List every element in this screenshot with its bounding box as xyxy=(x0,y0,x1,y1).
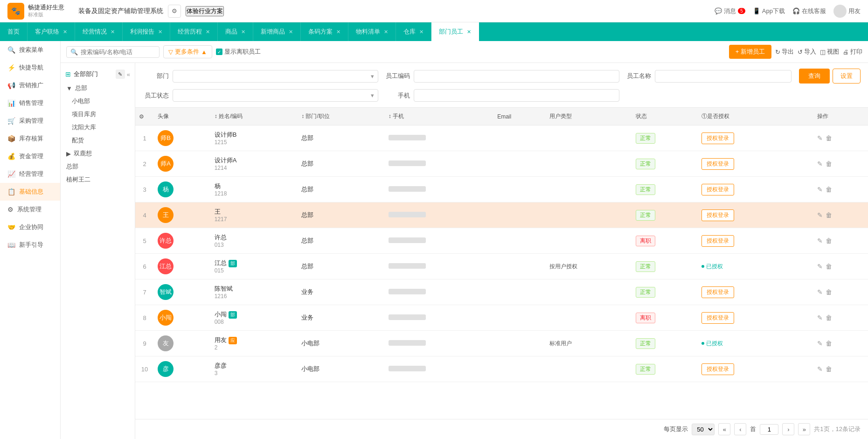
close-tab-add-goods[interactable]: ✕ xyxy=(289,29,293,35)
close-tab-profit[interactable]: ✕ xyxy=(158,29,162,35)
filter-phone-input[interactable] xyxy=(414,89,619,102)
query-button[interactable]: 查询 xyxy=(799,69,830,84)
delete-button[interactable]: 🗑 xyxy=(826,288,832,296)
sidebar-item-marketing[interactable]: 📢 营销推广 xyxy=(0,77,60,94)
edit-button[interactable]: ✎ xyxy=(817,340,823,347)
dept-tree-item-delivery[interactable]: 配货 xyxy=(61,134,135,147)
auth-button[interactable]: 授权登录 xyxy=(701,158,734,170)
edit-button[interactable]: ✎ xyxy=(817,186,823,193)
edit-button[interactable]: ✎ xyxy=(817,134,823,142)
dept-all-label[interactable]: 全部部门 xyxy=(74,70,98,78)
close-tab-goods[interactable]: ✕ xyxy=(241,29,245,35)
delete-button[interactable]: 🗑 xyxy=(826,263,832,270)
dept-tree-item-shenyang[interactable]: 沈阳大库 xyxy=(61,121,135,134)
last-page-button[interactable]: » xyxy=(798,423,810,435)
auth-button[interactable]: 授权登录 xyxy=(701,363,734,375)
dept-collapse-button[interactable]: « xyxy=(127,71,130,78)
tab-operation[interactable]: 经营情况✕ xyxy=(75,22,123,41)
edit-button[interactable]: ✎ xyxy=(817,211,823,219)
tab-home[interactable]: 首页 xyxy=(0,22,28,41)
search-wrap[interactable]: 🔍 xyxy=(66,46,160,58)
sidebar-item-basic-info[interactable]: 📋 基础信息 xyxy=(0,183,60,201)
dept-tree-item-hq-parent[interactable]: ▼ 总部 xyxy=(61,82,135,95)
settings-icon[interactable]: ⚙ xyxy=(168,5,181,18)
sidebar-item-collaboration[interactable]: 🤝 企业协同 xyxy=(0,218,60,236)
sidebar-item-system[interactable]: ⚙ 系统管理 xyxy=(0,201,60,218)
sidebar-item-operation-mgmt[interactable]: 📈 经营管理 xyxy=(0,165,60,183)
delete-button[interactable]: 🗑 xyxy=(826,160,832,167)
page-input[interactable] xyxy=(760,424,778,435)
dept-tree-item-project[interactable]: 项目库房 xyxy=(61,108,135,121)
view-button[interactable]: ◫ 视图 xyxy=(820,48,839,56)
tab-warehouse[interactable]: 仓库✕ xyxy=(396,22,431,41)
app-download-button[interactable]: 📱 App下载 xyxy=(753,7,785,15)
prev-page-button[interactable]: ‹ xyxy=(734,423,746,435)
sidebar-item-finance[interactable]: 💰 资金管理 xyxy=(0,147,60,165)
filter-settings-button[interactable]: 设置 xyxy=(833,69,861,84)
resigned-checkbox[interactable]: ✓ xyxy=(216,49,222,55)
experience-button[interactable]: 体验行业方案 xyxy=(186,6,224,16)
add-employee-button[interactable]: + 新增员工 xyxy=(729,45,771,59)
edit-button[interactable]: ✎ xyxy=(817,365,823,373)
sidebar-item-purchase[interactable]: 🛒 采购管理 xyxy=(0,112,60,130)
tab-add-goods[interactable]: 新增商品✕ xyxy=(253,22,301,41)
import-button[interactable]: ↺ 导入 xyxy=(798,48,816,56)
col-name[interactable]: ↕ 姓名/编码 xyxy=(211,108,298,125)
auth-button[interactable]: 授权登录 xyxy=(701,184,734,195)
next-page-button[interactable]: › xyxy=(782,423,794,435)
dept-tree-item-hq[interactable]: 总部 xyxy=(61,160,135,173)
tab-department[interactable]: 部门员工✕ xyxy=(431,22,479,41)
delete-button[interactable]: 🗑 xyxy=(826,314,832,321)
more-conditions-button[interactable]: ▽ 更多条件 ▲ xyxy=(163,45,212,58)
auth-button[interactable]: 授权登录 xyxy=(701,286,734,298)
close-tab-operation[interactable]: ✕ xyxy=(111,29,115,35)
delete-button[interactable]: 🗑 xyxy=(826,365,832,373)
sidebar-item-sales[interactable]: 📊 销售管理 xyxy=(0,94,60,112)
delete-button[interactable]: 🗑 xyxy=(826,211,832,219)
sidebar-item-inventory[interactable]: 📦 库存核算 xyxy=(0,130,60,147)
edit-button[interactable]: ✎ xyxy=(817,237,823,244)
close-tab-barcode[interactable]: ✕ xyxy=(336,29,340,35)
dept-tree-item-xdb[interactable]: 小电部 xyxy=(61,95,135,108)
auth-button[interactable]: 授权登录 xyxy=(701,235,734,247)
tab-goods[interactable]: 商品✕ xyxy=(218,22,253,41)
sidebar-item-guide[interactable]: 📖 新手引导 xyxy=(0,236,60,254)
export-button[interactable]: ↻ 导出 xyxy=(775,48,794,56)
dept-tree-item-plant-king[interactable]: 植树王二 xyxy=(61,173,135,186)
close-tab-department[interactable]: ✕ xyxy=(467,29,471,35)
messages-button[interactable]: 💬 消息 5 xyxy=(715,7,745,15)
edit-button[interactable]: ✎ xyxy=(817,314,823,321)
tab-material[interactable]: 物料清单✕ xyxy=(348,22,396,41)
close-tab-history[interactable]: ✕ xyxy=(206,29,210,35)
filter-empcode-input[interactable] xyxy=(414,70,619,83)
edit-button[interactable]: ✎ xyxy=(817,160,823,167)
sidebar-item-search[interactable]: 🔍 搜索菜单 xyxy=(0,41,60,59)
tab-barcode[interactable]: 条码方案✕ xyxy=(301,22,348,41)
delete-button[interactable]: 🗑 xyxy=(826,237,832,244)
close-tab-customer[interactable]: ✕ xyxy=(63,29,67,35)
col-dept[interactable]: ↕ 部门/职位 xyxy=(298,108,385,125)
auth-button[interactable]: 授权登录 xyxy=(701,132,734,144)
dept-tree-item-shuanglu[interactable]: ▶ 双鹿想 xyxy=(61,147,135,160)
filter-dept-select[interactable]: ▾ xyxy=(173,70,378,83)
online-service-button[interactable]: 🎧 在线客服 xyxy=(792,7,826,15)
delete-button[interactable]: 🗑 xyxy=(826,186,832,193)
tab-profit[interactable]: 利润报告✕ xyxy=(123,22,170,41)
delete-button[interactable]: 🗑 xyxy=(826,340,832,347)
auth-button[interactable]: 授权登录 xyxy=(701,312,734,324)
tab-history[interactable]: 经营历程✕ xyxy=(170,22,218,41)
show-resigned-toggle[interactable]: ✓ 显示离职员工 xyxy=(216,48,261,56)
tab-customer[interactable]: 客户联络✕ xyxy=(28,22,75,41)
auth-button[interactable]: 授权登录 xyxy=(701,209,734,221)
sidebar-item-quick-nav[interactable]: ⚡ 快捷导航 xyxy=(0,59,60,77)
close-tab-material[interactable]: ✕ xyxy=(384,29,388,35)
user-menu[interactable]: 用友 xyxy=(833,5,861,18)
first-page-button[interactable]: « xyxy=(718,423,730,435)
filter-empname-input[interactable] xyxy=(655,70,792,83)
per-page-select[interactable]: 50 xyxy=(692,424,715,435)
filter-status-select[interactable]: ▾ xyxy=(173,89,378,102)
edit-button[interactable]: ✎ xyxy=(817,288,823,296)
print-button[interactable]: 🖨 打印 xyxy=(843,48,862,56)
search-input[interactable] xyxy=(81,49,146,56)
dept-edit-icon[interactable]: ✎ xyxy=(116,70,125,79)
